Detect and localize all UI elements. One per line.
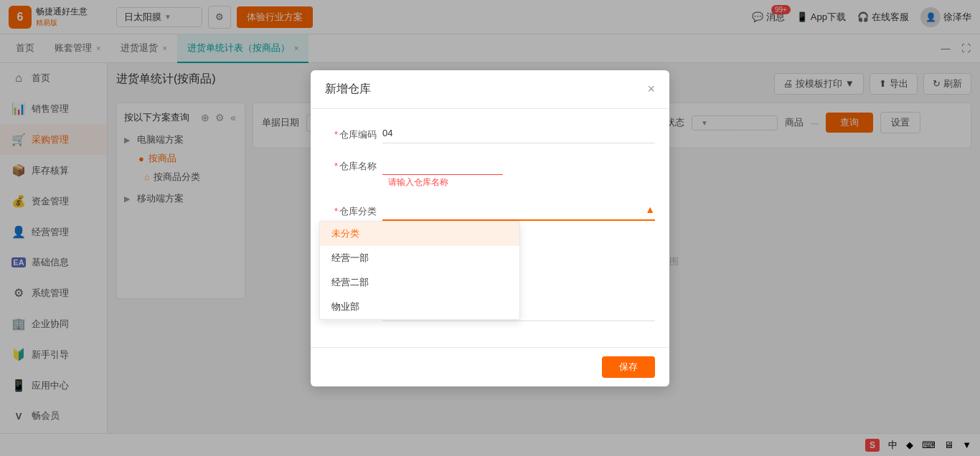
modal-close-btn[interactable]: × <box>647 82 655 97</box>
code-required-mark: * <box>334 129 338 140</box>
modal-add-warehouse: 新增仓库 × * 仓库编码 * 仓库名称 <box>311 70 669 386</box>
modal-header: 新增仓库 × <box>311 70 669 109</box>
name-field-row: * 仓库名称 请输入仓库名称 <box>325 155 655 189</box>
category-toggle-btn[interactable]: ▲ <box>645 204 655 215</box>
modal-overlay[interactable]: 新增仓库 × * 仓库编码 * 仓库名称 <box>0 0 980 456</box>
code-label: * 仓库编码 <box>325 123 382 141</box>
category-dropdown: 未分类 经营一部 经营二部 物业部 <box>319 221 520 320</box>
dropdown-item-property[interactable]: 物业部 <box>320 295 519 319</box>
name-input[interactable] <box>382 155 503 175</box>
category-input-wrap: ▲ <box>382 200 655 221</box>
category-label: * 仓库分类 <box>325 200 382 218</box>
modal-footer: 保存 <box>311 347 669 386</box>
category-field-row: * 仓库分类 ▲ 未分类 经营一部 <box>325 200 655 221</box>
code-input[interactable] <box>382 123 655 143</box>
category-input[interactable] <box>382 200 645 219</box>
dropdown-item-dept2[interactable]: 经营二部 <box>320 270 519 295</box>
modal-title: 新增仓库 <box>325 82 371 97</box>
name-input-row: * 仓库名称 <box>325 155 503 175</box>
category-required-mark: * <box>334 206 338 217</box>
dropdown-item-dept1[interactable]: 经营一部 <box>320 246 519 270</box>
name-label: * 仓库名称 <box>325 155 382 173</box>
save-btn[interactable]: 保存 <box>602 356 655 378</box>
modal-body: * 仓库编码 * 仓库名称 请输入仓库名称 <box>311 109 669 347</box>
name-error-msg: 请输入仓库名称 <box>325 176 448 189</box>
category-field: ▲ 未分类 经营一部 经营二部 物业部 <box>382 200 655 221</box>
code-field-row: * 仓库编码 <box>325 123 655 143</box>
dropdown-item-unclassified[interactable]: 未分类 <box>320 222 519 246</box>
name-required-mark: * <box>334 161 338 171</box>
